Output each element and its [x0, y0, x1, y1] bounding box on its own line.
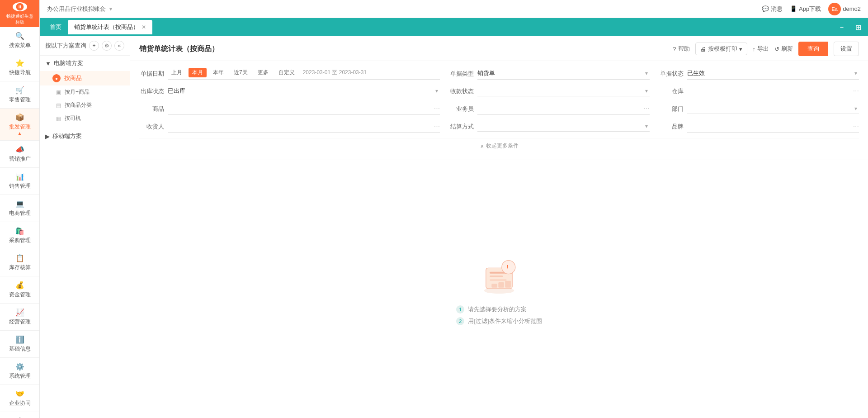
sidebar-item-wholesale[interactable]: 📦 批发管理 ▲ — [0, 109, 39, 141]
sidebar-item-purchase[interactable]: 🛍️ 采购管理 — [0, 222, 39, 249]
scheme-group-mobile-label: 移动端方案 — [52, 132, 82, 140]
collapse-row[interactable]: ∧ 收起更多条件 — [139, 138, 859, 153]
receiver-dots-icon[interactable]: ··· — [434, 122, 440, 130]
user-area[interactable]: Ea demo2 — [828, 3, 861, 15]
date-range-display: 2023-03-01 至 2023-03-31 — [303, 69, 367, 76]
scheme-item-by-driver[interactable]: ▦ 按司机 — [40, 112, 130, 125]
brand-input[interactable]: ··· — [687, 120, 859, 133]
scheme-item-by-goods-label: 按商品 — [64, 74, 82, 82]
filter-field-settlement: 结算方式 ▾ — [449, 121, 649, 132]
warehouse-dots-icon[interactable]: ··· — [853, 87, 859, 95]
date-btn-custom[interactable]: 自定义 — [275, 68, 298, 77]
collapse-btn-label: 收起更多条件 — [486, 142, 519, 150]
filter-row-4: 收货人 ··· 结算方式 ▾ 品牌 — [139, 120, 859, 133]
page-header: 销货单统计表（按商品） ? 帮助 🖨 按模板打印 ▾ ↑ 导出 — [130, 36, 868, 61]
refresh-btn[interactable]: ↺ 刷新 — [774, 45, 793, 53]
sidebar-item-newbie[interactable]: 🎓 新手引导 — [0, 412, 39, 418]
date-btn-last-month[interactable]: 上月 — [168, 68, 186, 77]
query-btn[interactable]: 查询 — [798, 42, 828, 56]
sidebar-item-ecommerce[interactable]: 💻 电商管理 — [0, 195, 39, 222]
scheme-item-by-goods[interactable]: ● 按商品 — [40, 71, 130, 86]
template-print-btn[interactable]: 🖨 按模板打印 ▾ — [695, 43, 747, 55]
filter-field-type: 单据类型 销货单 ▾ — [449, 67, 649, 80]
scheme-group-desktop: ▼ 电脑端方案 ● 按商品 ▣ 按月+商品 ▤ 按商品分类 ▦ 按司机 — [40, 56, 130, 128]
tab-maximize-btn[interactable]: ⊞ — [852, 21, 864, 33]
sales-icon: 📊 — [15, 172, 24, 181]
collapse-panel-btn[interactable]: « — [114, 41, 124, 51]
message-btn[interactable]: 💬 消息 — [762, 5, 783, 13]
export-btn[interactable]: ↑ 导出 — [753, 45, 769, 53]
sidebar-item-operations[interactable]: 📈 经营管理 — [0, 304, 39, 331]
scheme-group-mobile: ▶ 移动端方案 — [40, 128, 130, 147]
filter-field-date: 单据日期 上月 本月 本年 近7天 更多 自定义 2023-03-01 至 20… — [139, 68, 440, 80]
tab-close-icon[interactable]: ✕ — [142, 24, 146, 30]
warehouse-label: 仓库 — [659, 87, 684, 95]
settings-btn[interactable]: 设置 — [834, 42, 859, 56]
sidebar-item-inventory[interactable]: 📋 库存核算 — [0, 249, 39, 276]
filter-form: 单据日期 上月 本月 本年 近7天 更多 自定义 2023-03-01 至 20… — [130, 61, 868, 160]
tab-minimize-btn[interactable]: － — [835, 21, 848, 33]
sub-icon-person: ▦ — [56, 115, 61, 122]
add-scheme-btn[interactable]: + — [89, 41, 99, 51]
filter-row-2: 出库状态 已出库 ▾ 收款状态 ▾ 仓库 — [139, 85, 859, 97]
quick-nav-icon: ⭐ — [15, 59, 24, 67]
date-btn-7days[interactable]: 近7天 — [230, 68, 251, 77]
type-select[interactable]: 销货单 ▾ — [477, 67, 649, 80]
status-chevron-icon: ▾ — [854, 70, 857, 76]
scheme-group-mobile-header[interactable]: ▶ 移动端方案 — [40, 128, 130, 144]
sidebar-item-quick-nav[interactable]: ⭐ 快捷导航 — [0, 54, 39, 81]
logo-subtitle: 标版 — [15, 19, 24, 25]
date-btn-this-month[interactable]: 本月 — [189, 68, 207, 77]
settings-scheme-btn[interactable]: ⚙ — [102, 41, 112, 51]
sidebar-item-marketing[interactable]: 📣 营销推广 — [0, 141, 39, 168]
help-btn[interactable]: ? 帮助 — [673, 45, 689, 53]
scheme-item-by-category[interactable]: ▤ 按商品分类 — [40, 99, 130, 112]
sidebar-item-inventory-label: 库存核算 — [9, 264, 31, 271]
type-chevron-icon: ▾ — [645, 70, 648, 76]
scheme-item-by-category-label: 按商品分类 — [65, 101, 92, 109]
svg-rect-8 — [498, 282, 504, 288]
type-value: 销货单 — [477, 69, 495, 77]
salesman-input[interactable]: ··· — [477, 103, 649, 115]
sidebar-item-basic-info[interactable]: ℹ️ 基础信息 — [0, 331, 39, 358]
scheme-group-desktop-header[interactable]: ▼ 电脑端方案 — [40, 56, 130, 71]
tab-home[interactable]: 首页 — [43, 20, 68, 34]
salesman-dots-icon[interactable]: ··· — [643, 104, 649, 113]
svg-rect-3 — [490, 276, 503, 277]
industry-dropdown-icon[interactable]: ▾ — [109, 6, 112, 12]
warehouse-input[interactable]: ··· — [687, 85, 859, 97]
receiver-input[interactable]: ··· — [168, 120, 440, 133]
date-btn-more[interactable]: 更多 — [254, 68, 272, 77]
tab-sales-stats[interactable]: 销货单统计表（按商品） ✕ — [68, 20, 152, 34]
print-dropdown-icon: ▾ — [739, 46, 742, 52]
out-status-select[interactable]: 已出库 ▾ — [168, 85, 440, 97]
sidebar-item-retail[interactable]: 🛒 零售管理 — [0, 81, 39, 109]
sidebar-item-collab[interactable]: 🤝 企业协同 — [0, 385, 39, 412]
sub-icon-list: ▤ — [56, 102, 61, 109]
export-label: 导出 — [757, 45, 769, 53]
sidebar-item-finance[interactable]: 💰 资金管理 — [0, 276, 39, 304]
sidebar-item-sales[interactable]: 📊 销售管理 — [0, 168, 39, 195]
scheme-group-desktop-label: 电脑端方案 — [54, 59, 83, 67]
sidebar-item-search[interactable]: 🔍 搜索菜单 — [0, 27, 39, 54]
basic-info-icon: ℹ️ — [15, 335, 24, 344]
collapse-up-icon: ∧ — [480, 143, 484, 149]
filter-field-collect-status: 收款状态 ▾ — [449, 86, 649, 96]
date-filter: 上月 本月 本年 近7天 更多 自定义 2023-03-01 至 2023-03… — [168, 68, 440, 80]
sidebar-item-basic-info-label: 基础信息 — [9, 345, 31, 353]
brand-dots-icon[interactable]: ··· — [853, 122, 859, 130]
scheme-item-by-month-goods[interactable]: ▣ 按月+商品 — [40, 86, 130, 99]
app-download-btn[interactable]: 📱 App下载 — [790, 5, 821, 13]
header-left: 办公用品行业模拟账套 ▾ — [47, 5, 112, 13]
status-select[interactable]: 已生效 ▾ — [687, 67, 859, 80]
department-label: 部门 — [659, 105, 684, 113]
collect-status-select[interactable]: ▾ — [477, 86, 649, 96]
goods-input[interactable]: ··· — [168, 103, 440, 115]
date-btn-this-year[interactable]: 本年 — [209, 68, 227, 77]
filter-row-3: 商品 ··· 业务员 ··· 部门 — [139, 103, 859, 115]
department-select[interactable]: ▾ — [687, 104, 859, 114]
sidebar-item-system[interactable]: ⚙️ 系统管理 — [0, 358, 39, 385]
sidebar: 畅捷通好生意 标版 🔍 搜索菜单 ⭐ 快捷导航 🛒 零售管理 📦 批发管理 ▲ … — [0, 0, 40, 418]
settlement-select[interactable]: ▾ — [477, 121, 649, 132]
goods-dots-icon[interactable]: ··· — [434, 104, 440, 113]
